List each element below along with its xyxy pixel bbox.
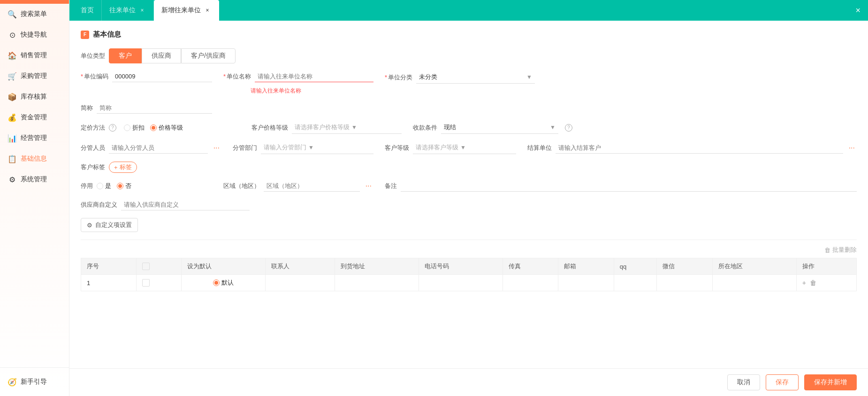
select-all-checkbox[interactable] bbox=[142, 263, 150, 270]
add-tag-button[interactable]: + 标签 bbox=[109, 162, 137, 173]
row-qq bbox=[614, 275, 657, 291]
region-input[interactable] bbox=[264, 180, 360, 192]
tab-add-partner-close-icon[interactable]: × bbox=[204, 7, 211, 14]
sidebar-item-label: 快捷导航 bbox=[21, 31, 47, 39]
payment-terms-select[interactable]: 现结 ▼ bbox=[441, 121, 558, 134]
row-default-radio[interactable]: 默认 bbox=[187, 279, 259, 287]
row-default-label: 默认 bbox=[221, 279, 234, 287]
row-add-button[interactable]: + bbox=[802, 279, 806, 287]
unit-type-supplier-btn[interactable]: 供应商 bbox=[142, 48, 181, 63]
disabled-radio-group: 是 否 bbox=[97, 182, 131, 190]
customer-price-label: 客户价格等级 bbox=[251, 124, 288, 132]
sidebar-item-operations[interactable]: 📊 经营管理 bbox=[0, 128, 69, 148]
col-address: 到货地址 bbox=[335, 258, 419, 275]
sidebar-item-system[interactable]: ⚙ 系统管理 bbox=[0, 169, 69, 190]
region-label: 区域（地区） bbox=[223, 182, 260, 190]
save-new-button[interactable]: 保存并新增 bbox=[804, 374, 857, 390]
customer-level-chevron-icon: ▼ bbox=[460, 144, 466, 151]
tab-partner[interactable]: 往来单位 × bbox=[102, 0, 154, 21]
row-contact bbox=[265, 275, 335, 291]
disabled-yes-radio[interactable]: 是 bbox=[97, 182, 111, 190]
unit-code-input[interactable] bbox=[112, 71, 212, 82]
col-email: 邮箱 bbox=[558, 258, 614, 275]
row-delete-button[interactable]: 🗑 bbox=[810, 279, 816, 287]
col-contact: 联系人 bbox=[265, 258, 335, 275]
unit-type-customer-btn[interactable]: 客户 bbox=[109, 48, 142, 63]
row-address bbox=[335, 275, 419, 291]
row-no: 1 bbox=[81, 275, 137, 291]
disabled-no-circle bbox=[117, 183, 123, 189]
remarks-input[interactable] bbox=[401, 180, 857, 192]
customer-price-select[interactable]: 请选择客户价格等级 ▼ bbox=[292, 121, 402, 134]
custom-settings-button[interactable]: ⚙ 自定义项设置 bbox=[81, 218, 138, 232]
supplier-custom-input[interactable] bbox=[121, 199, 250, 210]
payment-terms-field: 收款条件 现结 ▼ ? bbox=[413, 121, 572, 134]
pricing-discount-radio[interactable]: 折扣 bbox=[124, 124, 145, 132]
department-placeholder: 请输入分管部门 bbox=[264, 143, 306, 152]
unit-name-label: *单位名称 bbox=[223, 72, 251, 81]
customer-tag-field: 客户标签 + 标签 bbox=[81, 162, 137, 173]
manager-dots-icon[interactable]: ··· bbox=[212, 144, 221, 152]
short-name-input[interactable] bbox=[97, 102, 212, 114]
sidebar-item-label: 库存核算 bbox=[21, 93, 47, 101]
short-name-field: 简称 bbox=[81, 102, 212, 114]
col-fax: 传真 bbox=[503, 258, 558, 275]
sidebar-item-basic-info[interactable]: 📋 基础信息 bbox=[0, 148, 69, 169]
search-icon: 🔍 bbox=[8, 9, 17, 19]
department-select[interactable]: 请输入分管部门 ▼ bbox=[261, 141, 373, 154]
payment-terms-chevron-icon: ▼ bbox=[550, 124, 556, 131]
supplier-custom-label: 供应商自定义 bbox=[81, 201, 117, 209]
payment-terms-value: 现结 bbox=[444, 123, 548, 132]
save-button[interactable]: 保存 bbox=[766, 374, 799, 390]
add-tag-plus-icon: + bbox=[114, 164, 118, 171]
manager-field: 分管人员 ··· bbox=[81, 142, 221, 154]
settlement-unit-field: 结算单位 ··· bbox=[527, 142, 857, 154]
tab-partner-close-icon[interactable]: × bbox=[138, 7, 146, 14]
customer-level-select[interactable]: 请选择客户等级 ▼ bbox=[413, 141, 516, 154]
sales-icon: 🏠 bbox=[8, 51, 17, 60]
basic-info-icon: 📋 bbox=[8, 154, 17, 163]
unit-name-input[interactable] bbox=[255, 71, 373, 82]
customer-price-chevron-icon: ▼ bbox=[351, 124, 357, 131]
batch-delete-button[interactable]: 🗑 批量删除 bbox=[824, 246, 857, 254]
unit-type-both-btn[interactable]: 客户/供应商 bbox=[181, 48, 236, 63]
pricing-help-icon[interactable]: ? bbox=[109, 124, 116, 132]
custom-settings-label: 自定义项设置 bbox=[95, 221, 132, 229]
row-actions: + 🗑 bbox=[796, 275, 856, 291]
tab-home[interactable]: 首页 bbox=[73, 0, 102, 21]
disabled-no-radio[interactable]: 否 bbox=[117, 182, 131, 190]
sidebar-item-guide[interactable]: 🧭 新手引导 bbox=[0, 372, 69, 392]
short-name-label: 简称 bbox=[81, 104, 93, 112]
tab-partner-label: 往来单位 bbox=[109, 6, 136, 15]
sidebar-item-purchase[interactable]: 🛒 采购管理 bbox=[0, 66, 69, 86]
sidebar-item-finance[interactable]: 💰 资金管理 bbox=[0, 107, 69, 128]
settlement-unit-dots-icon[interactable]: ··· bbox=[847, 144, 857, 152]
disabled-row: 停用 是 否 区域（地区） ··· bbox=[81, 180, 857, 192]
sidebar-item-label: 采购管理 bbox=[21, 72, 47, 80]
sidebar-item-label: 资金管理 bbox=[21, 113, 47, 122]
sidebar-item-sales[interactable]: 🏠 销售管理 bbox=[0, 45, 69, 66]
supplier-custom-row: 供应商自定义 bbox=[81, 199, 857, 210]
sidebar-item-inventory[interactable]: 📦 库存核算 bbox=[0, 86, 69, 107]
settlement-unit-label: 结算单位 bbox=[527, 144, 552, 152]
pricing-level-radio[interactable]: 价格等级 bbox=[150, 124, 183, 132]
settlement-unit-input[interactable] bbox=[556, 142, 843, 154]
unit-category-select[interactable]: 未分类 ▼ bbox=[416, 71, 535, 84]
section-title-icon: F bbox=[81, 31, 89, 39]
unit-code-label: *单位编码 bbox=[81, 72, 108, 81]
sidebar-item-quick-nav[interactable]: ⊙ 快捷导航 bbox=[0, 24, 69, 45]
cancel-button[interactable]: 取消 bbox=[727, 374, 760, 390]
unit-type-label: 单位类型 bbox=[81, 52, 105, 60]
table-row: 1 默认 bbox=[81, 275, 857, 291]
row-checkbox[interactable] bbox=[142, 279, 150, 287]
col-actions: 操作 bbox=[796, 258, 856, 275]
system-icon: ⚙ bbox=[8, 175, 17, 184]
pricing-level-circle bbox=[150, 124, 157, 131]
inventory-icon: 📦 bbox=[8, 92, 17, 101]
payment-terms-help-icon[interactable]: ? bbox=[565, 124, 572, 132]
tab-add-partner[interactable]: 新增往来单位 × bbox=[154, 0, 219, 21]
sidebar-item-search[interactable]: 🔍 搜索菜单 bbox=[0, 4, 69, 24]
window-close-icon[interactable]: × bbox=[852, 4, 864, 17]
manager-input[interactable] bbox=[109, 142, 208, 154]
region-dots-icon[interactable]: ··· bbox=[364, 182, 373, 190]
